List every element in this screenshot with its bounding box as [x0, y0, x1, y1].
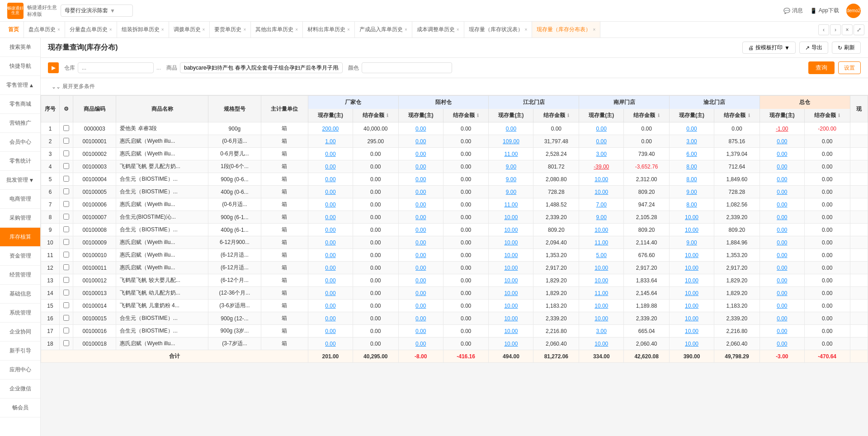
cell-nanan-qty[interactable]: 9.00	[579, 211, 624, 224]
cell-checkbox[interactable]	[60, 338, 73, 350]
company-selector[interactable]: 母婴行业演示陈套 ▼	[61, 5, 133, 17]
cell-jiangbei-qty[interactable]: 10.00	[489, 224, 533, 236]
nav-tab-10[interactable]: 现存量（库存状况表） ×	[464, 22, 533, 38]
cell-nanan-qty[interactable]: 0.00	[579, 135, 624, 148]
sidebar-item-basic[interactable]: 基础信息	[0, 285, 40, 304]
cell-jiangbei-qty[interactable]: 9.00	[489, 160, 533, 173]
cell-total-qty[interactable]: 0.00	[760, 287, 804, 300]
sidebar-item-marketing[interactable]: 营销推广	[0, 114, 40, 133]
cell-mucun-qty[interactable]: 0.00	[398, 249, 443, 262]
cell-jiangbei-qty[interactable]: 11.00	[489, 198, 533, 211]
cell-checkbox[interactable]	[60, 312, 73, 325]
cell-total-qty[interactable]: 0.00	[760, 135, 804, 148]
col-gear[interactable]: ⚙	[60, 96, 73, 122]
cell-mucun-qty[interactable]: 0.00	[398, 325, 443, 338]
cell-yubei-qty[interactable]: 10.00	[670, 224, 714, 236]
cell-nanan-qty[interactable]: -39.00	[579, 160, 624, 173]
cell-factory-qty[interactable]: 0.00	[308, 338, 353, 350]
nav-tab-1[interactable]: 盘点单历史 ×	[24, 22, 65, 38]
cell-factory-qty[interactable]: 0.00	[308, 160, 353, 173]
cell-factory-qty[interactable]: 0.00	[308, 274, 353, 287]
filter-toggle-button[interactable]: ▶	[48, 62, 59, 73]
cell-factory-qty[interactable]: 0.00	[308, 148, 353, 160]
cell-total-qty[interactable]: 0.00	[760, 160, 804, 173]
nav-tab-4[interactable]: 调拨单历史 ×	[169, 22, 210, 38]
cell-checkbox[interactable]	[60, 173, 73, 186]
cell-total-qty[interactable]: 0.00	[760, 325, 804, 338]
cell-nanan-qty[interactable]: 11.00	[579, 287, 624, 300]
cell-factory-qty[interactable]: 0.00	[308, 262, 353, 274]
cell-total-qty[interactable]: 0.00	[760, 338, 804, 350]
nav-tab-11[interactable]: 现存量（库存分布表） ×	[532, 22, 600, 38]
cell-jiangbei-qty[interactable]: 9.00	[489, 173, 533, 186]
cell-yubei-qty[interactable]: 9.00	[670, 186, 714, 198]
cell-yubei-qty[interactable]: 8.00	[670, 198, 714, 211]
cell-yubei-qty[interactable]: 10.00	[670, 249, 714, 262]
cell-yubei-qty[interactable]: 0.00	[670, 122, 714, 135]
sidebar-item-finance[interactable]: 资金管理	[0, 247, 40, 266]
cell-factory-qty[interactable]: 0.00	[308, 300, 353, 312]
close-icon[interactable]: ×	[295, 27, 298, 32]
cell-jiangbei-qty[interactable]: 9.00	[489, 186, 533, 198]
app-download-button[interactable]: 📱 App下载	[810, 7, 839, 14]
cell-total-qty[interactable]: 0.00	[760, 148, 804, 160]
nav-close-all-button[interactable]: ×	[842, 24, 853, 35]
cell-checkbox[interactable]	[60, 287, 73, 300]
cell-total-qty[interactable]: 0.00	[760, 312, 804, 325]
cell-factory-qty[interactable]: 0.00	[308, 249, 353, 262]
close-icon[interactable]: ×	[203, 27, 205, 32]
close-icon[interactable]: ×	[593, 27, 595, 32]
cell-factory-qty[interactable]: 0.00	[308, 173, 353, 186]
cell-jiangbei-qty[interactable]: 10.00	[489, 262, 533, 274]
cell-yubei-qty[interactable]: 10.00	[670, 287, 714, 300]
cell-nanan-qty[interactable]: 0.00	[579, 122, 624, 135]
cell-nanan-qty[interactable]: 10.00	[579, 300, 624, 312]
cell-checkbox[interactable]	[60, 148, 73, 160]
cell-jiangbei-qty[interactable]: 10.00	[489, 274, 533, 287]
sidebar-item-wholesale[interactable]: 批发管理 ▼	[0, 171, 40, 190]
cell-total-qty[interactable]: 0.00	[760, 211, 804, 224]
cell-yubei-qty[interactable]: 10.00	[670, 312, 714, 325]
sidebar-item-guide[interactable]: 新手引导	[0, 342, 40, 361]
cell-nanan-qty[interactable]: 10.00	[579, 338, 624, 350]
cell-factory-qty[interactable]: 0.00	[308, 211, 353, 224]
sidebar-item-enterprise[interactable]: 企业协同	[0, 323, 40, 342]
product-input[interactable]	[180, 62, 343, 73]
cell-factory-qty[interactable]: 200.00	[308, 122, 353, 135]
sidebar-item-ecommerce[interactable]: 电商管理	[0, 190, 40, 209]
cell-mucun-qty[interactable]: 0.00	[398, 224, 443, 236]
cell-jiangbei-qty[interactable]: 10.00	[489, 312, 533, 325]
cell-total-qty[interactable]: 0.00	[760, 198, 804, 211]
cell-nanan-qty[interactable]: 10.00	[579, 173, 624, 186]
cell-mucun-qty[interactable]: 0.00	[398, 122, 443, 135]
message-button[interactable]: 💬 消息	[783, 7, 803, 14]
cell-mucun-qty[interactable]: 0.00	[398, 274, 443, 287]
cell-mucun-qty[interactable]: 0.00	[398, 312, 443, 325]
cell-total-qty[interactable]: 0.00	[760, 300, 804, 312]
cell-mucun-qty[interactable]: 0.00	[398, 173, 443, 186]
cell-yubei-qty[interactable]: 10.00	[670, 338, 714, 350]
print-button[interactable]: 🖨 按模板打印 ▼	[742, 42, 796, 54]
close-icon[interactable]: ×	[243, 27, 246, 32]
cell-checkbox[interactable]	[60, 224, 73, 236]
cell-nanan-qty[interactable]: 3.00	[579, 148, 624, 160]
sidebar-item-search[interactable]: 搜索英单	[0, 38, 40, 57]
sidebar-item-purchase[interactable]: 采购管理	[0, 209, 40, 228]
cell-mucun-qty[interactable]: 0.00	[398, 262, 443, 274]
close-icon[interactable]: ×	[109, 27, 112, 32]
cell-mucun-qty[interactable]: 0.00	[398, 236, 443, 249]
close-icon[interactable]: ×	[57, 27, 60, 32]
cell-factory-qty[interactable]: 0.00	[308, 186, 353, 198]
cell-total-qty[interactable]: 0.00	[760, 249, 804, 262]
sidebar-item-retail-manage[interactable]: 零售管理 ▲	[0, 76, 40, 95]
cell-checkbox[interactable]	[60, 198, 73, 211]
sidebar-item-business[interactable]: 经营管理	[0, 266, 40, 285]
close-icon[interactable]: ×	[525, 27, 528, 32]
cell-yubei-qty[interactable]: 10.00	[670, 262, 714, 274]
cell-yubei-qty[interactable]: 3.00	[670, 135, 714, 148]
cell-total-qty[interactable]: 0.00	[760, 186, 804, 198]
cell-mucun-qty[interactable]: 0.00	[398, 160, 443, 173]
cell-total-qty[interactable]: 0.00	[760, 224, 804, 236]
sidebar-item-wechat[interactable]: 企业微信	[0, 380, 40, 398]
cell-yubei-qty[interactable]: 8.00	[670, 173, 714, 186]
